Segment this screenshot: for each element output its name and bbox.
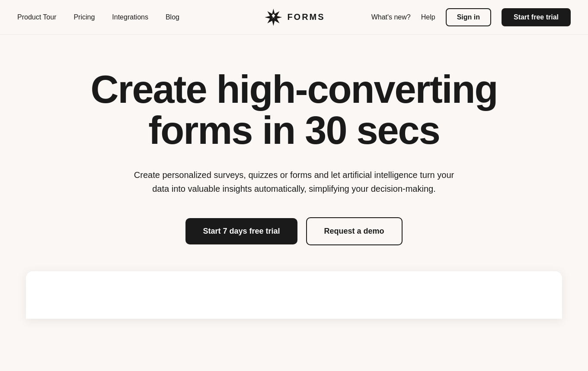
hero-section: Create high-converting forms in 30 secs … [0,35,588,319]
logo[interactable]: FORMS [263,7,325,28]
nav-start-trial-button[interactable]: Start free trial [502,8,571,26]
nav-link-pricing[interactable]: Pricing [74,13,95,21]
nav-link-help[interactable]: Help [421,13,435,21]
signin-button[interactable]: Sign in [446,8,491,26]
hero-subtitle: Create personalized surveys, quizzes or … [125,168,463,196]
logo-icon [263,7,284,28]
nav-right: What's new? Help Sign in Start free tria… [371,8,571,26]
preview-card [26,271,562,319]
logo-text: FORMS [287,12,325,22]
navigation: Product Tour Pricing Integrations Blog F… [0,0,588,35]
hero-start-trial-button[interactable]: Start 7 days free trial [185,218,297,244]
hero-request-demo-button[interactable]: Request a demo [306,217,403,245]
nav-left: Product Tour Pricing Integrations Blog [17,13,179,21]
preview-container [26,271,562,319]
nav-link-product-tour[interactable]: Product Tour [17,13,56,21]
nav-link-integrations[interactable]: Integrations [112,13,148,21]
hero-cta-group: Start 7 days free trial Request a demo [185,217,402,245]
hero-title-line1: Create high-converting [90,68,497,111]
hero-title-line2: forms in 30 secs [148,109,439,152]
nav-link-blog[interactable]: Blog [166,13,179,21]
nav-link-whats-new[interactable]: What's new? [371,13,411,21]
hero-title: Create high-converting forms in 30 secs [90,69,497,151]
